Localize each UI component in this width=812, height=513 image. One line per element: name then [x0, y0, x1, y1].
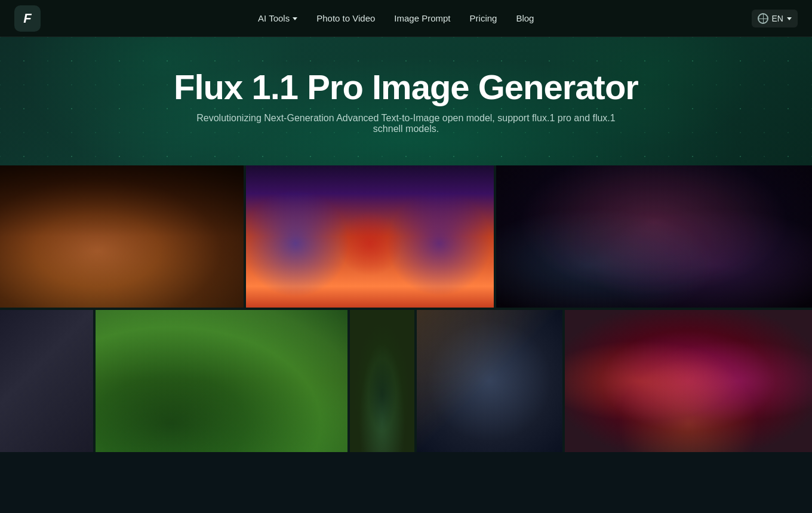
- nav-item-photo-to-video[interactable]: Photo to Video: [316, 13, 375, 23]
- hero-title: Flux 1.1 Pro Image Generator: [174, 68, 638, 106]
- navbar: F AI Tools Photo to Video Image Prompt P…: [0, 0, 812, 37]
- gallery-image-anime-girl[interactable]: [496, 165, 812, 308]
- fish-bowls-overlay: [246, 165, 494, 308]
- nav-item-image-prompt[interactable]: Image Prompt: [394, 13, 450, 23]
- below-gallery-area: [0, 452, 812, 513]
- gallery-row-1: [0, 165, 812, 308]
- lang-label: EN: [772, 14, 783, 23]
- site-logo[interactable]: F: [14, 5, 41, 32]
- gallery-image-girl-toys[interactable]: [0, 165, 244, 308]
- hero-section: Flux 1.1 Pro Image Generator Revolutioni…: [0, 37, 812, 165]
- nav-item-pricing[interactable]: Pricing: [470, 13, 497, 23]
- gallery-row-2: [0, 310, 812, 452]
- chevron-down-icon: [787, 17, 792, 20]
- gallery-image-tree[interactable]: [350, 310, 414, 452]
- chevron-down-icon: [293, 17, 297, 20]
- gallery-image-robot-ant[interactable]: [417, 310, 563, 452]
- gallery-image-waterfall[interactable]: [96, 310, 347, 452]
- tree-overlay: [350, 310, 414, 452]
- nav-menu: AI Tools Photo to Video Image Prompt Pri…: [258, 13, 534, 23]
- language-selector[interactable]: EN: [752, 10, 798, 27]
- colorful-woman-overlay: [565, 310, 812, 452]
- nav-item-ai-tools[interactable]: AI Tools: [258, 13, 297, 23]
- waterfall-overlay: [96, 310, 347, 452]
- hero-subtitle: Revolutionizing Next-Generation Advanced…: [191, 113, 621, 134]
- anime-girl-overlay: [496, 165, 812, 308]
- gallery-image-colorful-woman[interactable]: [565, 310, 812, 452]
- nav-right-area: EN: [752, 10, 798, 27]
- nav-item-blog[interactable]: Blog: [516, 13, 534, 23]
- robot-overlay: [417, 310, 563, 452]
- gallery-image-sunset[interactable]: [0, 310, 93, 452]
- globe-icon: [758, 13, 768, 24]
- gallery-image-fish-bowls[interactable]: [246, 165, 494, 308]
